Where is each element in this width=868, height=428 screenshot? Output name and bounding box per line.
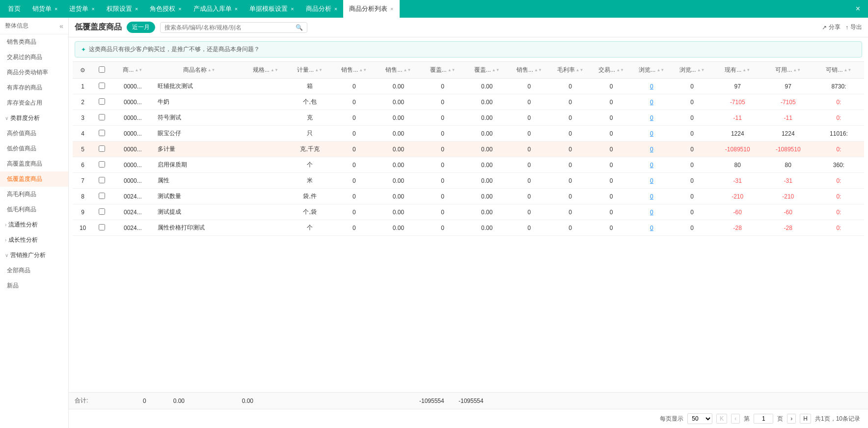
- close-template-settings-icon[interactable]: ×: [291, 6, 294, 12]
- sidebar-group-marketing[interactable]: ∨ 营销推广分析: [0, 248, 68, 263]
- row-checkbox[interactable]: [93, 94, 110, 110]
- col-spec[interactable]: 规格...▲▼: [244, 62, 288, 79]
- row-checkbox[interactable]: [93, 142, 110, 157]
- next-page-button[interactable]: ›: [787, 414, 796, 424]
- sort-icon-2[interactable]: ▲▼: [208, 68, 216, 72]
- sidebar-item-low-value[interactable]: 低价值商品: [0, 141, 68, 156]
- row-browse1[interactable]: 0: [631, 189, 672, 204]
- row-select-checkbox[interactable]: [99, 130, 105, 136]
- export-button[interactable]: ↑ 导出: [845, 23, 862, 31]
- sidebar-group-circulation[interactable]: › 流通性分析: [0, 217, 68, 232]
- row-select-checkbox[interactable]: [99, 83, 105, 89]
- prev-page-button[interactable]: ‹: [731, 414, 740, 424]
- search-icon[interactable]: 🔍: [296, 24, 303, 31]
- close-purchase-order-icon[interactable]: ×: [91, 6, 94, 12]
- col-name[interactable]: 商品名称▲▼: [155, 62, 243, 79]
- row-select-checkbox[interactable]: [99, 161, 105, 168]
- row-select-checkbox[interactable]: [99, 145, 105, 152]
- row-browse1[interactable]: 0: [631, 157, 672, 173]
- col-cover2[interactable]: 覆盖...▲▼: [465, 62, 509, 79]
- row-checkbox[interactable]: [93, 189, 110, 204]
- row-browse1[interactable]: 0: [631, 173, 672, 189]
- row-select-checkbox[interactable]: [99, 114, 105, 120]
- sidebar-item-inventory-goods[interactable]: 有库存的商品: [0, 80, 68, 95]
- row-checkbox[interactable]: [93, 79, 110, 94]
- col-sales3[interactable]: 销售...▲▼: [509, 62, 549, 79]
- row-select-checkbox[interactable]: [99, 208, 105, 215]
- sidebar-item-new-goods[interactable]: 新品: [0, 278, 68, 293]
- window-close-button[interactable]: ×: [850, 4, 866, 13]
- row-select-checkbox[interactable]: [99, 177, 105, 183]
- close-sales-order-icon[interactable]: ×: [54, 6, 57, 12]
- row-select-checkbox[interactable]: [99, 193, 105, 199]
- sort-icon-8[interactable]: ▲▼: [492, 68, 500, 72]
- search-input[interactable]: [164, 24, 296, 31]
- col-browse2[interactable]: 浏览...▲▼: [672, 62, 712, 79]
- sidebar-item-inventory-capital[interactable]: 库存资金占用: [0, 95, 68, 111]
- sort-icon-16[interactable]: ▲▼: [843, 68, 851, 72]
- col-sales1[interactable]: 销售...▲▼: [332, 62, 376, 79]
- close-product-storage-icon[interactable]: ×: [235, 6, 238, 12]
- row-browse1[interactable]: 0: [631, 79, 672, 94]
- row-checkbox[interactable]: [93, 204, 110, 220]
- sidebar-collapse-button[interactable]: «: [59, 22, 63, 30]
- sidebar-item-all-goods[interactable]: 全部商品: [0, 263, 68, 278]
- nav-permission-settings[interactable]: 权限设置 ×: [101, 0, 144, 18]
- sidebar-item-high-gross[interactable]: 高毛利商品: [0, 187, 68, 202]
- close-goods-analysis-icon[interactable]: ×: [334, 6, 337, 12]
- sidebar-group-cluster-analysis[interactable]: ∨ 类群度分析: [0, 111, 68, 126]
- sort-icon-11[interactable]: ▲▼: [616, 68, 624, 72]
- sort-icon-13[interactable]: ▲▼: [697, 68, 705, 72]
- nav-goods-analysis-list[interactable]: 商品分析列表 ×: [343, 0, 399, 18]
- last-page-button[interactable]: H: [800, 414, 811, 424]
- col-sales2[interactable]: 销售...▲▼: [376, 62, 420, 79]
- sidebar-item-sales-goods[interactable]: 销售类商品: [0, 34, 68, 50]
- first-page-button[interactable]: K: [716, 414, 727, 424]
- sort-icon-7[interactable]: ▲▼: [448, 68, 456, 72]
- sidebar-item-low-coverage[interactable]: 低覆盖度商品: [0, 171, 68, 187]
- select-all-checkbox[interactable]: [99, 66, 105, 73]
- sidebar-item-category-rate[interactable]: 商品分类动销率: [0, 65, 68, 80]
- col-unit[interactable]: 计量...▲▼: [288, 62, 332, 79]
- close-permission-icon[interactable]: ×: [135, 6, 138, 12]
- col-available[interactable]: 可用...▲▼: [763, 62, 814, 79]
- row-checkbox[interactable]: [93, 110, 110, 126]
- sort-icon-12[interactable]: ▲▼: [656, 68, 664, 72]
- nav-goods-analysis[interactable]: 商品分析 ×: [300, 0, 343, 18]
- sidebar-item-high-value[interactable]: 高价值商品: [0, 126, 68, 141]
- sort-icon-5[interactable]: ▲▼: [359, 68, 367, 72]
- sort-icon-4[interactable]: ▲▼: [315, 68, 323, 72]
- current-page-input[interactable]: [754, 414, 773, 424]
- sidebar-item-low-gross[interactable]: 低毛利商品: [0, 202, 68, 217]
- sort-icon[interactable]: ▲▼: [135, 68, 142, 72]
- row-browse1[interactable]: 0: [631, 94, 672, 110]
- row-checkbox[interactable]: [93, 157, 110, 173]
- col-current[interactable]: 现有...▲▼: [712, 62, 763, 79]
- share-button[interactable]: ↗ 分享: [822, 23, 841, 31]
- nav-home[interactable]: 首页: [2, 0, 27, 18]
- col-settings[interactable]: ⚙: [73, 62, 93, 79]
- row-browse1[interactable]: 0: [631, 126, 672, 142]
- col-cover1[interactable]: 覆盖...▲▼: [420, 62, 464, 79]
- sort-icon-14[interactable]: ▲▼: [742, 68, 750, 72]
- col-trade[interactable]: 交易...▲▼: [591, 62, 631, 79]
- col-gross-rate[interactable]: 毛利率▲▼: [549, 62, 591, 79]
- nav-purchase-order[interactable]: 进货单 ×: [63, 0, 100, 18]
- nav-sales-order[interactable]: 销货单 ×: [27, 0, 63, 18]
- sort-icon-9[interactable]: ▲▼: [534, 68, 542, 72]
- page-size-select[interactable]: 50 100 200: [687, 413, 712, 424]
- sidebar-item-high-coverage[interactable]: 高覆盖度商品: [0, 156, 68, 171]
- col-checkbox[interactable]: [93, 62, 110, 79]
- col-browse1[interactable]: 浏览...▲▼: [631, 62, 672, 79]
- nav-role-auth[interactable]: 角色授权 ×: [144, 0, 187, 18]
- close-role-auth-icon[interactable]: ×: [178, 6, 181, 12]
- sort-icon-6[interactable]: ▲▼: [403, 68, 411, 72]
- sidebar-group-growth[interactable]: › 成长性分析: [0, 232, 68, 248]
- row-browse1[interactable]: 0: [631, 142, 672, 157]
- nav-template-settings[interactable]: 单据模板设置 ×: [244, 0, 299, 18]
- sort-icon-10[interactable]: ▲▼: [576, 68, 584, 72]
- col-code[interactable]: 商...▲▼: [110, 62, 155, 79]
- sidebar-item-traded-goods[interactable]: 交易过的商品: [0, 50, 68, 65]
- nav-product-storage[interactable]: 产成品入库单 ×: [188, 0, 244, 18]
- period-button[interactable]: 近一月: [127, 22, 155, 33]
